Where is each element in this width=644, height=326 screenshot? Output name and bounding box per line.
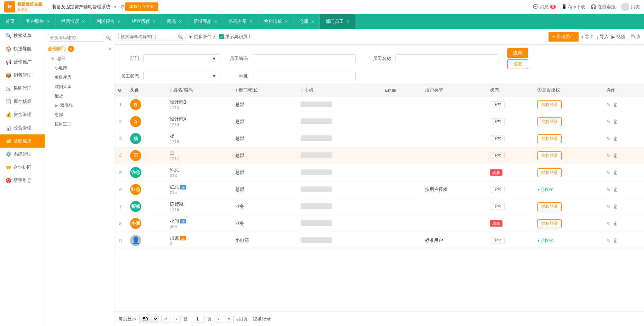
nav-item-warehouse[interactable]: 仓库 ✕	[294, 14, 320, 29]
sidebar-item-basic[interactable]: 📁基础信息	[0, 134, 45, 148]
nav-item-home[interactable]: 首页	[0, 14, 20, 29]
sidebar-item-sales[interactable]: 📦销售管理	[0, 69, 45, 82]
sidebar-item-purchase[interactable]: 🛒采购管理	[0, 82, 45, 95]
nav-close-barcode[interactable]: ✕	[250, 19, 253, 24]
auth-login-btn[interactable]: 授权登录	[537, 168, 562, 177]
nav-item-add-goods[interactable]: 新增商品 ✕	[188, 14, 223, 29]
show-resigned-checkbox[interactable]: ✓	[219, 34, 224, 39]
edit-btn[interactable]: ✎	[606, 204, 610, 209]
next-page-btn[interactable]: ›	[215, 315, 222, 323]
auth-login-btn[interactable]: 授权登录	[537, 219, 562, 228]
delete-btn[interactable]: 🗑	[613, 119, 618, 124]
nav-close-warehouse[interactable]: ✕	[311, 19, 314, 24]
edit-btn[interactable]: ✎	[606, 153, 610, 158]
nav-item-profit[interactable]: 利润报告 ✕	[91, 14, 126, 29]
sidebar-item-collab[interactable]: 🤝企业协同	[0, 161, 45, 174]
phone-input[interactable]	[252, 72, 356, 80]
nav-item-goods[interactable]: 商品 ✕	[162, 14, 188, 29]
prev-page-btn[interactable]: ‹	[173, 315, 180, 323]
help-btn[interactable]: 帮助	[631, 34, 640, 40]
nav-item-operation[interactable]: 经营情况 ✕	[56, 14, 91, 29]
edit-btn[interactable]: ✎	[606, 102, 610, 107]
page-input[interactable]	[191, 315, 205, 323]
import-btn[interactable]: ↓ 导入	[597, 34, 609, 40]
nav-close-profit[interactable]: ✕	[117, 19, 120, 24]
show-resigned-toggle[interactable]: ✓ 显示离职员工	[219, 34, 252, 40]
col-dept[interactable]: ↕ 部门/职位	[232, 84, 297, 96]
page-size-select[interactable]: 50 100 200	[139, 315, 158, 323]
sidebar-item-system[interactable]: ⚙️系统管理	[0, 148, 45, 161]
edit-btn[interactable]: ✎	[606, 119, 610, 124]
sidebar-item-management[interactable]: 📊经营管理	[0, 121, 45, 134]
nav-close-customer[interactable]: ✕	[47, 19, 50, 24]
col-phone[interactable]: ↕ 手机	[297, 84, 381, 96]
delete-btn[interactable]: 🗑	[613, 136, 618, 141]
add-employee-btn[interactable]: + 新增员工	[548, 32, 579, 42]
tree-node-zhishu[interactable]: 植树王二	[45, 120, 114, 129]
nav-item-barcode[interactable]: 条码方案 ✕	[223, 14, 258, 29]
more-filter-btn[interactable]: ▼ 更多条件 ∧	[188, 34, 216, 40]
delete-btn[interactable]: 🗑	[613, 170, 618, 175]
set-btn[interactable]: 设置	[507, 59, 528, 69]
delete-btn[interactable]: 🗑	[613, 153, 618, 158]
edit-btn[interactable]: ✎	[606, 187, 610, 192]
search-input[interactable]	[121, 34, 176, 39]
edit-btn[interactable]: ✎	[606, 238, 610, 243]
tree-search-input[interactable]	[48, 34, 104, 42]
sidebar-item-nav[interactable]: 🏠快捷导航	[0, 42, 45, 55]
sidebar-item-inventory[interactable]: 📋库存核算	[0, 95, 45, 108]
nav-item-bom[interactable]: 物料清单 ✕	[258, 14, 294, 29]
edit-btn[interactable]: ✎	[606, 136, 610, 141]
delete-btn[interactable]: 🗑	[613, 204, 618, 209]
tree-all-label[interactable]: 全部部门	[48, 46, 66, 52]
tree-node-xiaodibu[interactable]: 小电部	[45, 63, 114, 73]
tree-node-shenyang[interactable]: 沈阳大库	[45, 82, 114, 91]
delete-btn[interactable]: 🗑	[613, 238, 618, 243]
nav-item-staff[interactable]: 部门员工 ✕	[320, 14, 355, 29]
search-icon-toolbar[interactable]: 🔍	[178, 34, 183, 39]
tree-collapse-btn[interactable]: «	[109, 46, 111, 51]
tree-node-head[interactable]: ▼ 总部	[45, 54, 114, 63]
sidebar-item-search[interactable]: 🔍搜索菜单	[0, 29, 45, 42]
dept-select[interactable]: ▼	[143, 54, 219, 63]
tree-node-shuangdi[interactable]: ▶双底想	[45, 101, 114, 110]
delete-btn[interactable]: 🗑	[613, 102, 618, 107]
nav-close-bom[interactable]: ✕	[285, 19, 288, 24]
edit-btn[interactable]: ✎	[606, 221, 610, 226]
export-btn[interactable]: ↑ 导出	[581, 34, 594, 40]
view-btn[interactable]: ▶ 视频	[611, 34, 625, 40]
auth-login-btn[interactable]: 授权登录	[537, 117, 562, 126]
tree-node-xiangmu[interactable]: 项目库房	[45, 73, 114, 82]
tree-node-zongbu[interactable]: 总部	[45, 110, 114, 120]
auth-login-btn[interactable]: 授权登录	[537, 151, 562, 160]
nav-item-customer[interactable]: 客户联络 ✕	[20, 14, 56, 29]
auth-login-btn[interactable]: 授权登录	[537, 100, 562, 109]
online-service-btn[interactable]: 🎧 在线客服	[591, 4, 616, 10]
auth-login-btn[interactable]: 授权登录	[537, 134, 562, 143]
query-btn[interactable]: 查询	[507, 48, 528, 58]
col-name[interactable]: ↕ 姓名/编码	[166, 84, 232, 96]
user-btn[interactable]: 用友	[621, 3, 640, 11]
emp-status-select[interactable]: ▼	[143, 72, 219, 80]
delete-btn[interactable]: 🗑	[613, 187, 618, 192]
app-download-btn[interactable]: 📱 App下载	[561, 4, 585, 10]
tree-search-icon[interactable]: 🔍	[106, 35, 111, 41]
sidebar-item-finance[interactable]: 💰资金管理	[0, 108, 45, 121]
col-settings[interactable]: ⚙	[114, 84, 127, 96]
nav-close-operation[interactable]: ✕	[82, 19, 85, 24]
sidebar-item-guide[interactable]: 🎯新手引导	[0, 174, 45, 187]
auth-login-btn[interactable]: 授权登录	[537, 202, 562, 211]
sidebar-item-marketing[interactable]: 📢营销推广	[0, 55, 45, 69]
settings-icon[interactable]: ⚙	[120, 3, 125, 10]
nav-close-history[interactable]: ✕	[153, 19, 156, 24]
delete-btn[interactable]: 🗑	[613, 221, 618, 226]
nav-close-goods[interactable]: ✕	[179, 19, 182, 24]
nav-close-add-goods[interactable]: ✕	[214, 19, 217, 24]
trial-btn[interactable]: 体验行业方案	[125, 2, 158, 11]
system-dropdown-icon[interactable]: ▼	[113, 5, 117, 9]
nav-item-history[interactable]: 经营历程 ✕	[126, 14, 162, 29]
nav-close-staff[interactable]: ✕	[346, 19, 350, 24]
message-btn[interactable]: 💬 消息 5	[533, 4, 556, 10]
first-page-btn[interactable]: «	[161, 315, 170, 323]
edit-btn[interactable]: ✎	[606, 170, 610, 175]
